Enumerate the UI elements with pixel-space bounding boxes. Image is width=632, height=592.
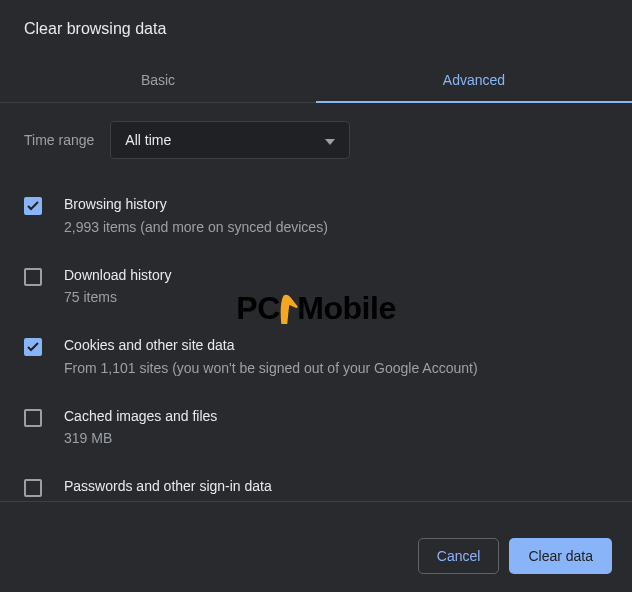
option-row: Browsing history2,993 items (and more on… [24, 181, 608, 252]
option-subtitle: From 1,101 sites (you won't be signed ou… [64, 358, 478, 379]
chevron-down-icon [325, 132, 335, 148]
option-subtitle: 2,993 items (and more on synced devices) [64, 217, 328, 238]
cancel-button[interactable]: Cancel [418, 538, 500, 574]
option-title: Download history [64, 266, 171, 286]
option-subtitle: 75 items [64, 287, 171, 308]
option-title: Cached images and files [64, 407, 217, 427]
timerange-value: All time [125, 132, 171, 148]
option-title: Browsing history [64, 195, 328, 215]
option-subtitle: 319 MB [64, 428, 217, 449]
timerange-select[interactable]: All time [110, 121, 350, 159]
divider [0, 501, 632, 502]
option-title: Cookies and other site data [64, 336, 478, 356]
scroll-area[interactable]: Time range All time Browsing history2,99… [0, 103, 632, 501]
option-row: Cookies and other site dataFrom 1,101 si… [24, 322, 608, 393]
options-list: Browsing history2,993 items (and more on… [0, 181, 632, 501]
dialog-title: Clear browsing data [0, 0, 632, 58]
tab-basic[interactable]: Basic [0, 58, 316, 102]
checkbox[interactable] [24, 338, 42, 356]
option-row: Cached images and files319 MB [24, 393, 608, 464]
tabs: Basic Advanced [0, 58, 632, 103]
checkbox[interactable] [24, 197, 42, 215]
timerange-label: Time range [24, 132, 94, 148]
option-subtitle: 34 passwords (for nw18.com, pcnmobile.co… [64, 499, 488, 501]
checkbox[interactable] [24, 479, 42, 497]
option-row: Passwords and other sign-in data34 passw… [24, 463, 608, 501]
checkbox[interactable] [24, 409, 42, 427]
option-row: Download history75 items [24, 252, 608, 323]
tab-advanced[interactable]: Advanced [316, 58, 632, 102]
checkbox[interactable] [24, 268, 42, 286]
clear-data-button[interactable]: Clear data [509, 538, 612, 574]
option-title: Passwords and other sign-in data [64, 477, 488, 497]
footer: Cancel Clear data [0, 522, 632, 592]
